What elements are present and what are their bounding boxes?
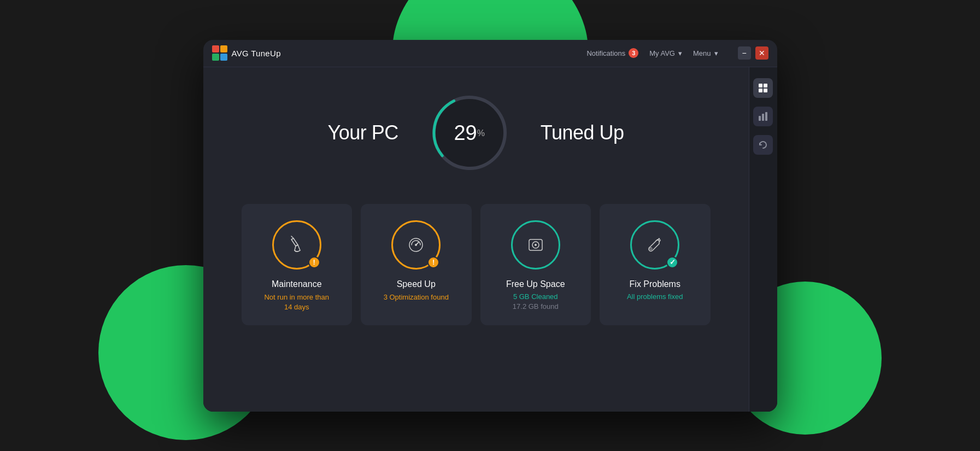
- grid-icon: [758, 83, 768, 93]
- title-bar-right: Notifications 3 My AVG ▾ Menu ▾ − ✕: [586, 46, 768, 60]
- fixproblems-icon-wrap: ✓: [630, 220, 679, 270]
- freeup-icon-circle: [511, 220, 560, 270]
- score-number: 29%: [454, 121, 485, 144]
- freeup-subtitle-found: 17.2 GB found: [513, 302, 559, 311]
- refresh-icon: [758, 140, 768, 150]
- speedup-icon-wrap: !: [391, 220, 441, 270]
- minimize-button[interactable]: −: [738, 46, 751, 60]
- close-button[interactable]: ✕: [755, 46, 768, 60]
- bar-chart-icon: [758, 112, 768, 121]
- score-prefix: Your PC: [327, 121, 398, 144]
- fixproblems-card[interactable]: ✓ Fix Problems All problems fixed: [600, 204, 711, 325]
- notifications-button[interactable]: Notifications 3: [586, 48, 638, 58]
- score-circle: 29%: [426, 89, 513, 177]
- side-panel: [749, 67, 777, 412]
- myavg-button[interactable]: My AVG ▾: [649, 49, 682, 57]
- menu-button[interactable]: Menu ▾: [693, 49, 718, 57]
- score-suffix: Tuned Up: [541, 121, 624, 144]
- avg-logo: [212, 45, 227, 61]
- window-controls: − ✕: [738, 46, 768, 60]
- speedup-card[interactable]: ! Speed Up 3 Optimization found: [361, 204, 472, 325]
- maintenance-icon-wrap: !: [272, 220, 321, 270]
- svg-rect-14: [759, 116, 761, 121]
- fixproblems-subtitle: All problems fixed: [627, 292, 683, 301]
- svg-rect-12: [759, 89, 762, 92]
- cards-section: ! Maintenance Not run in more than 14 da…: [242, 204, 711, 325]
- svg-rect-15: [762, 114, 764, 121]
- maintenance-warning-badge: !: [308, 256, 320, 268]
- speedometer-icon: [405, 234, 427, 256]
- broom-icon: [286, 234, 308, 256]
- chart-view-button[interactable]: [753, 107, 773, 126]
- score-section: Your PC 29% Tuned Up: [327, 89, 624, 177]
- disk-icon: [525, 234, 547, 256]
- svg-rect-10: [759, 84, 762, 87]
- speedup-subtitle: 3 Optimization found: [384, 292, 449, 302]
- logo-area: AVG TuneUp: [212, 45, 281, 61]
- maintenance-title: Maintenance: [272, 279, 322, 289]
- freeup-card[interactable]: Free Up Space 5 GB Cleaned 17.2 GB found: [480, 204, 591, 325]
- scene: AVG TuneUp Notifications 3 My AVG ▾ Menu…: [0, 0, 980, 451]
- wrench-icon: [644, 234, 666, 256]
- main-content: Your PC 29% Tuned Up: [203, 67, 777, 412]
- svg-point-5: [415, 244, 417, 246]
- maintenance-card[interactable]: ! Maintenance Not run in more than 14 da…: [242, 204, 353, 325]
- laptop-window: AVG TuneUp Notifications 3 My AVG ▾ Menu…: [203, 40, 777, 412]
- speedup-warning-badge: !: [427, 256, 439, 268]
- refresh-button[interactable]: [753, 135, 773, 155]
- speedup-title: Speed Up: [397, 279, 436, 289]
- maintenance-subtitle: Not run in more than 14 days: [264, 292, 329, 312]
- svg-line-2: [291, 236, 294, 238]
- svg-rect-11: [764, 84, 767, 87]
- title-bar: AVG TuneUp Notifications 3 My AVG ▾ Menu…: [203, 40, 777, 67]
- freeup-title: Free Up Space: [506, 279, 565, 289]
- content-area: Your PC 29% Tuned Up: [203, 67, 749, 412]
- fixproblems-success-badge: ✓: [666, 256, 678, 268]
- freeup-icon-wrap: [511, 220, 560, 270]
- svg-rect-13: [764, 89, 767, 92]
- app-name: AVG TuneUp: [232, 49, 281, 58]
- svg-rect-16: [765, 112, 767, 121]
- grid-view-button[interactable]: [753, 78, 773, 98]
- svg-point-9: [650, 248, 652, 250]
- fixproblems-title: Fix Problems: [630, 279, 680, 289]
- notifications-badge: 3: [629, 48, 638, 58]
- freeup-subtitle-cleaned: 5 GB Cleaned: [513, 292, 558, 301]
- svg-point-8: [535, 244, 537, 246]
